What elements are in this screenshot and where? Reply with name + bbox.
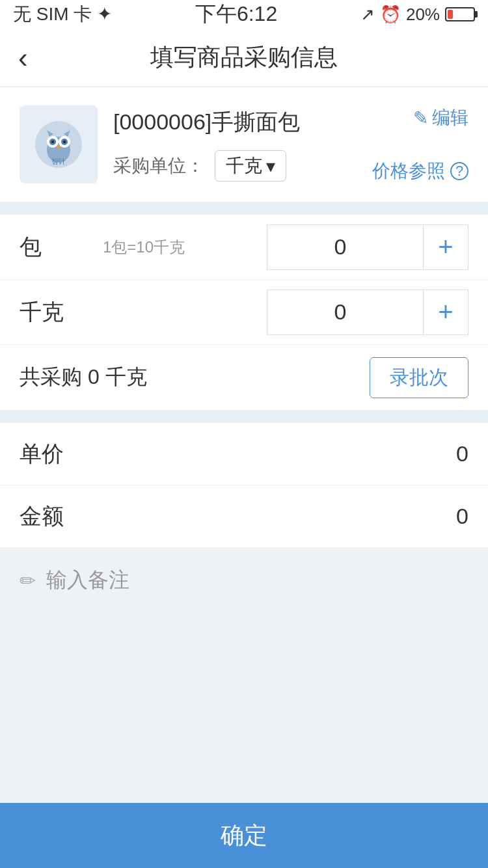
bao-label: 包 <box>20 232 98 262</box>
product-logo: 智计 <box>33 118 85 170</box>
status-bar: 无 SIM 卡 ✦ 下午6:12 ↗ ⏰ 20% <box>0 0 488 29</box>
kg-input-section: 千克 + <box>0 280 488 345</box>
page-title: 填写商品采购信息 <box>150 42 338 74</box>
bao-row: 包 1包=10千克 + <box>0 215 488 280</box>
kg-input[interactable] <box>267 290 423 335</box>
bao-input-section: 包 1包=10千克 + <box>0 215 488 280</box>
nav-bar: ‹ 填写商品采购信息 <box>0 29 488 87</box>
price-section: 单价 0 金额 0 <box>0 423 488 548</box>
remark-section[interactable]: ✏ 输入备注 <box>0 548 488 613</box>
price-ref-button[interactable]: 价格参照 ? <box>372 159 468 183</box>
kg-plus-button[interactable]: + <box>423 290 468 335</box>
bao-sublabel: 1包=10千克 <box>103 237 267 258</box>
amount-row: 金额 0 <box>0 485 488 548</box>
battery-percent: 20% <box>406 5 440 25</box>
section-divider-1 <box>0 202 488 215</box>
status-right: ↗ ⏰ 20% <box>360 5 475 25</box>
kg-input-control: + <box>267 290 468 335</box>
alarm-icon: ⏰ <box>380 5 401 25</box>
record-batch-button[interactable]: 录批次 <box>370 357 468 398</box>
location-icon: ↗ <box>360 5 375 25</box>
remark-placeholder: 输入备注 <box>46 566 129 595</box>
unit-price-row: 单价 0 <box>0 423 488 485</box>
product-card: 智计 [0000006]手撕面包 采购单位： 千克 ▾ ✎ 编辑 价格参照 ? <box>0 87 488 202</box>
kg-row: 千克 + <box>0 280 488 345</box>
amount-value: 0 <box>456 504 468 529</box>
section-divider-2 <box>0 410 488 423</box>
product-image: 智计 <box>20 105 98 183</box>
unit-label: 采购单位： <box>113 154 204 178</box>
edit-button[interactable]: ✎ 编辑 <box>413 105 468 130</box>
bao-input[interactable] <box>267 224 423 270</box>
content-area <box>0 613 488 808</box>
info-icon: ? <box>450 162 468 180</box>
unit-select[interactable]: 千克 ▾ <box>215 150 286 182</box>
kg-label: 千克 <box>20 297 98 327</box>
svg-point-6 <box>51 141 54 143</box>
bao-plus-button[interactable]: + <box>423 224 468 270</box>
status-left: 无 SIM 卡 ✦ <box>13 2 112 27</box>
svg-point-7 <box>63 141 66 143</box>
svg-text:智计: 智计 <box>51 157 66 165</box>
total-text: 共采购 0 千克 <box>20 363 147 392</box>
unit-price-label: 单价 <box>20 439 64 469</box>
chevron-down-icon: ▾ <box>266 156 275 177</box>
status-time: 下午6:12 <box>195 0 277 29</box>
edit-icon: ✎ <box>413 107 428 129</box>
battery-icon <box>445 7 475 21</box>
sim-status: 无 SIM 卡 ✦ <box>13 2 112 27</box>
amount-label: 金额 <box>20 502 64 532</box>
total-row: 共采购 0 千克 录批次 <box>0 345 488 410</box>
confirm-button[interactable]: 确定 <box>0 803 488 868</box>
pencil-icon: ✏ <box>20 569 36 592</box>
back-button[interactable]: ‹ <box>18 44 28 72</box>
confirm-label: 确定 <box>221 820 267 852</box>
bao-input-control: + <box>267 224 468 270</box>
unit-price-value: 0 <box>456 441 468 467</box>
